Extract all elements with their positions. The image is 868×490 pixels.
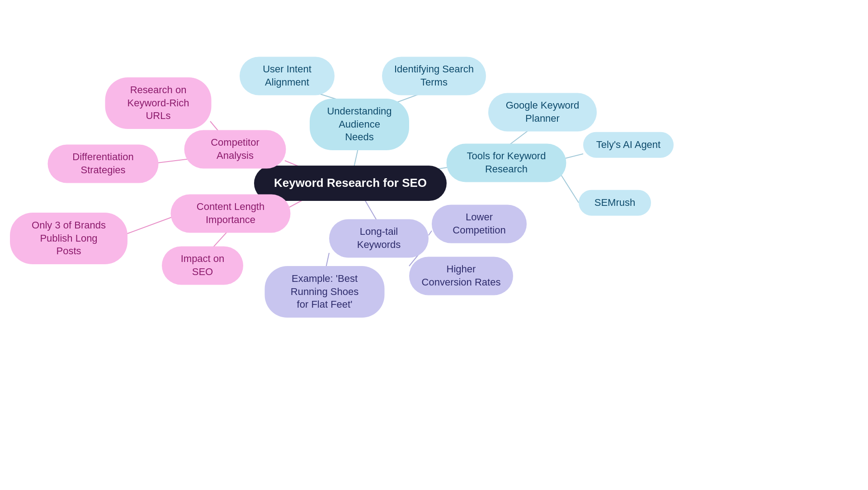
content-length-node: Content Length Importance bbox=[171, 194, 291, 233]
tely-agent-node: Tely's AI Agent bbox=[583, 132, 674, 158]
long-tail-node: Long-tail Keywords bbox=[329, 219, 429, 257]
google-keyword-node: Google Keyword Planner bbox=[488, 93, 597, 131]
semrush-node: SEMrush bbox=[579, 190, 651, 216]
example-running-node: Example: 'Best Running Shoes for Flat Fe… bbox=[265, 266, 385, 318]
understanding-audience-node: Understanding Audience Needs bbox=[310, 99, 409, 150]
differentiation-node: Differentiation Strategies bbox=[48, 144, 159, 183]
identifying-search-node: Identifying Search Terms bbox=[382, 57, 486, 95]
user-intent-node: User Intent Alignment bbox=[240, 57, 335, 95]
center-node: Keyword Research for SEO bbox=[254, 166, 447, 201]
lower-competition-node: Lower Competition bbox=[432, 205, 527, 243]
higher-conversion-node: Higher Conversion Rates bbox=[409, 257, 513, 295]
impact-seo-node: Impact on SEO bbox=[162, 246, 243, 285]
competitor-analysis-node: Competitor Analysis bbox=[184, 130, 286, 168]
tools-keyword-node: Tools for Keyword Research bbox=[447, 143, 566, 182]
research-urls-node: Research on Keyword-Rich URLs bbox=[105, 77, 212, 129]
only-brands-node: Only 3 of Brands Publish Long Posts bbox=[10, 213, 127, 264]
